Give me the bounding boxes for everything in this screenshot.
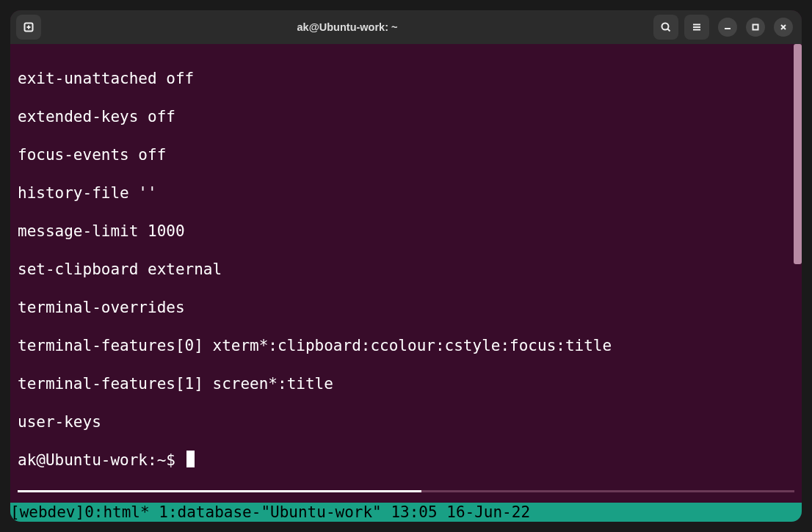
output-line: history-file '': [18, 183, 794, 203]
output-line: set-clipboard external: [18, 260, 794, 279]
hamburger-icon: [691, 21, 703, 33]
terminal-window: ak@Ubuntu-work: ~ exit-unattached off ex…: [10, 10, 802, 522]
new-tab-button[interactable]: [16, 15, 41, 40]
cursor: [186, 451, 195, 467]
minimize-icon: [723, 23, 732, 32]
output-line: extended-keys off: [18, 107, 794, 126]
terminal-content[interactable]: exit-unattached off extended-keys off fo…: [10, 44, 802, 503]
output-line: exit-unattached off: [18, 69, 794, 88]
maximize-icon: [751, 23, 760, 32]
window-title: ak@Ubuntu-work: ~: [41, 21, 653, 33]
close-button[interactable]: [774, 18, 793, 37]
scrollbar[interactable]: [794, 44, 802, 503]
prompt-line: ak@Ubuntu-work:~$: [18, 451, 794, 470]
output-line: terminal-features[1] screen*:title: [18, 374, 794, 393]
output-line: message-limit 1000: [18, 222, 794, 241]
tmux-session-name: [webdev]: [10, 503, 84, 522]
output-line: terminal-features[0] xterm*:clipboard:cc…: [18, 336, 794, 355]
minimize-button[interactable]: [718, 18, 737, 37]
shell-prompt: ak@Ubuntu-work:~$: [18, 451, 185, 469]
search-button[interactable]: [653, 15, 678, 40]
tmux-status-right: "Ubuntu-work" 13:05 16-Jun-22: [261, 503, 530, 522]
menu-button[interactable]: [684, 15, 709, 40]
scrollbar-thumb[interactable]: [794, 44, 802, 264]
tmux-status-bar: [webdev] 0:html* 1:database- "Ubuntu-wor…: [10, 503, 802, 522]
output-line: focus-events off: [18, 145, 794, 164]
svg-rect-2: [753, 25, 758, 30]
titlebar: ak@Ubuntu-work: ~: [10, 10, 802, 44]
search-icon: [660, 21, 672, 33]
tmux-pane-divider[interactable]: [18, 490, 794, 492]
svg-point-1: [662, 23, 669, 30]
maximize-button[interactable]: [746, 18, 765, 37]
close-icon: [779, 23, 788, 32]
output-line: user-keys: [18, 412, 794, 431]
tmux-window-list: 0:html* 1:database-: [84, 503, 261, 522]
output-line: terminal-overrides: [18, 298, 794, 317]
